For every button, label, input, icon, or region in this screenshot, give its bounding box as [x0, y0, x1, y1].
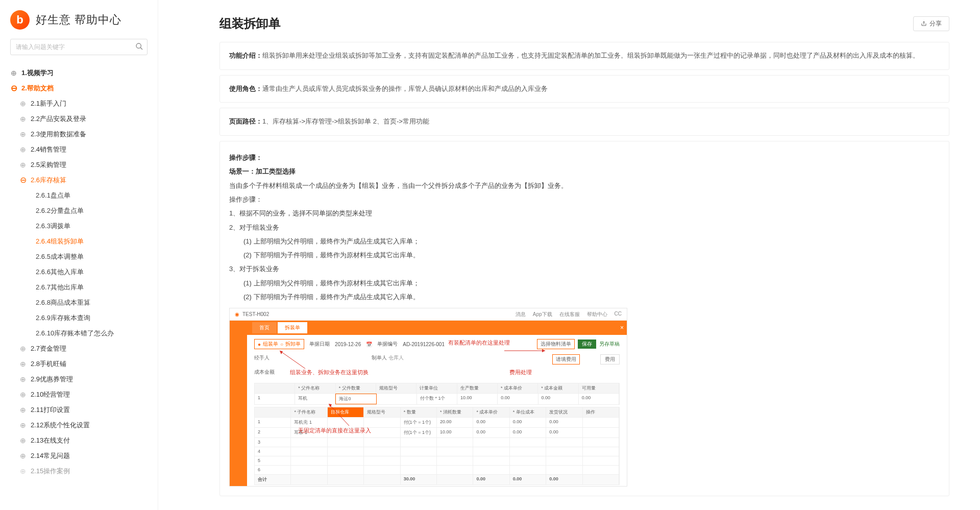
- nav-2-6-7[interactable]: 2.6.7其他出库单: [10, 280, 148, 295]
- nav-2-1[interactable]: ⊕2.1新手入门: [10, 96, 148, 111]
- nav-2-3[interactable]: ⊕2.3使用前数据准备: [10, 127, 148, 142]
- scene1-desc: 当由多个子件材料组装成一个成品的业务为【组装】业务，当由一个父件拆分成多个子产品…: [229, 179, 940, 192]
- nav-2-11[interactable]: ⊕2.11打印设置: [10, 402, 148, 418]
- arrow-icon: [324, 401, 354, 427]
- nav-2-6[interactable]: ⊖2.6库存核算: [10, 173, 148, 188]
- nav-2-6-6[interactable]: 2.6.6其他入库单: [10, 264, 148, 280]
- nav-2-13[interactable]: ⊕2.13在线支付: [10, 433, 148, 448]
- sh-child-table: * 子件名称目标仓库规格型号* 数量* 消耗数量* 成本单价* 单位成本发货状况…: [254, 407, 620, 485]
- table-header: * 父件名称* 父件数量规格型号计量单位生产数量* 成本单价* 成本金额可用量: [255, 383, 619, 393]
- svg-line-2: [280, 351, 305, 369]
- sidebar: b 好生意 帮助中心 ⊕1.视频学习 ⊖2.帮助文档 ⊕2.1新手入门 ⊕2.2…: [0, 0, 158, 510]
- nav-2-6-1[interactable]: 2.6.1盘点单: [10, 188, 148, 203]
- sh-annotation-4: 无固定清单的直接在这里录入: [298, 427, 371, 434]
- minus-icon: ⊖: [19, 177, 27, 184]
- nav-2-9[interactable]: ⊕2.9优惠券管理: [10, 372, 148, 387]
- sh-tabs: 首页 拆装单 ×: [247, 321, 627, 335]
- nav-2-2[interactable]: ⊕2.2产品安装及登录: [10, 111, 148, 127]
- nav-2-14[interactable]: ⊕2.14常见问题: [10, 448, 148, 464]
- nav-tree: ⊕1.视频学习 ⊖2.帮助文档 ⊕2.1新手入门 ⊕2.2产品安装及登录 ⊕2.…: [10, 65, 148, 479]
- nav-2-6-8[interactable]: 2.6.8商品成本重算: [10, 295, 148, 310]
- nav-2-6-2[interactable]: 2.6.2分量盘点单: [10, 203, 148, 218]
- logo: b 好生意 帮助中心: [10, 10, 148, 30]
- plus-icon: ⊕: [19, 161, 27, 168]
- table-row: 6: [255, 465, 619, 474]
- nav-2-6-3[interactable]: 2.6.3调拨单: [10, 218, 148, 234]
- sh-top-user: CC: [615, 311, 622, 318]
- path-box: 页面路径：1、库存核算->库存管理->组装拆卸单 2、首页->常用功能: [219, 108, 949, 136]
- sh-top-msg: 消息: [516, 311, 526, 318]
- nav-2-8[interactable]: ⊕2.8手机旺铺: [10, 356, 148, 372]
- sh-tab-form: 拆装单: [278, 322, 307, 333]
- arrow-icon: [504, 348, 555, 371]
- search-input[interactable]: [10, 39, 148, 55]
- arrow-icon: [275, 348, 315, 371]
- plus-icon: ⊕: [19, 146, 27, 153]
- close-icon: ×: [620, 324, 624, 331]
- step3: 3、对于拆装业务: [229, 262, 940, 276]
- plus-icon: ⊕: [19, 100, 27, 107]
- nav-2-10[interactable]: ⊕2.10经营管理: [10, 387, 148, 402]
- nav-2-6-5[interactable]: 2.6.5成本调整单: [10, 249, 148, 264]
- sh-parent-table: * 父件名称* 父件数量规格型号计量单位生产数量* 成本单价* 成本金额可用量 …: [254, 383, 620, 405]
- nav-2-6-10[interactable]: 2.6.10库存账本错了怎么办: [10, 326, 148, 341]
- svg-point-0: [136, 43, 141, 48]
- sh-bom-btn: 选择物料清单: [537, 339, 575, 349]
- plus-icon: ⊕: [19, 406, 27, 414]
- steps-label: 操作步骤：: [229, 192, 940, 206]
- steps-title: 操作步骤：: [229, 151, 940, 164]
- sh-draft-btn: 另存草稿: [599, 341, 620, 348]
- sh-sidebar: [230, 321, 247, 486]
- plus-icon: ⊕: [19, 437, 27, 444]
- step2-1: (1) 上部明细为父件明细，最终作为产成品生成其它入库单；: [229, 234, 940, 248]
- minus-icon: ⊖: [10, 85, 17, 92]
- plus-icon: ⊕: [19, 360, 27, 368]
- sh-top-help: 帮助中心: [587, 311, 607, 318]
- path-text: 1、库存核算->库存管理->组装拆卸单 2、首页->常用功能: [262, 117, 429, 125]
- role-box: 使用角色：通常由生产人员或库管人员完成拆装业务的操作，库管人员确认原材料的出库和…: [219, 75, 949, 103]
- main-content: 组装拆卸单 分享 功能介绍：组装拆卸单用来处理企业组装或拆卸等加工业务，支持有固…: [158, 0, 980, 510]
- table-row: 3: [255, 438, 619, 447]
- step3-1: (1) 上部明细为父件明细，最终作为原材料生成其它出库单；: [229, 276, 940, 290]
- table-row: 1耳机壳 1付(1个 = 1个)20.000.000.000.00: [255, 417, 619, 427]
- embedded-screenshot: ◉ TEST-H002 消息 App下载 在线客服 帮助中心 CC 首页 拆装单…: [229, 308, 627, 487]
- share-button[interactable]: 分享: [913, 16, 949, 31]
- plus-icon: ⊕: [10, 69, 17, 77]
- nav-2-7[interactable]: ⊕2.7资金管理: [10, 341, 148, 356]
- path-label: 页面路径：: [229, 117, 262, 125]
- step2: 2、对于组装业务: [229, 221, 940, 234]
- table-totals: 合计30.000.000.000.00: [255, 474, 619, 484]
- nav-2-6-9[interactable]: 2.6.9库存账本查询: [10, 310, 148, 326]
- step3-2: (2) 下部明细为子件明细，最终作为产成品生成其它入库单。: [229, 290, 940, 304]
- intro-label: 功能介绍：: [229, 52, 262, 59]
- nav-2-5[interactable]: ⊕2.5采购管理: [10, 157, 148, 173]
- svg-line-1: [140, 47, 142, 50]
- page-title: 组装拆卸单: [219, 15, 281, 32]
- step2-2: (2) 下部明细为子件明细，最终作为原材料生成其它出库单。: [229, 248, 940, 262]
- nav-2-12[interactable]: ⊕2.12系统个性化设置: [10, 418, 148, 433]
- sh-body: ● 组装单 ○ 拆卸单 单据日期 2019-12-26 📅 单据编号 AD-20…: [247, 335, 627, 486]
- table-row: 1耳机海运0付个数 * 1个10.000.000.000.00: [255, 393, 619, 404]
- table-header: * 子件名称目标仓库规格型号* 数量* 消耗数量* 成本单价* 单位成本发货状况…: [255, 407, 619, 417]
- sh-account: TEST-H002: [242, 311, 269, 317]
- svg-line-6: [329, 404, 349, 426]
- steps-box: 操作步骤： 场景一：加工类型选择 当由多个子件材料组装成一个成品的业务为【组装】…: [219, 141, 949, 496]
- share-icon: [921, 20, 927, 27]
- nav-2-6-4[interactable]: 2.6.4组装拆卸单: [10, 234, 148, 249]
- svg-marker-5: [542, 349, 545, 352]
- nav-2-4[interactable]: ⊕2.4销售管理: [10, 142, 148, 157]
- search-icon[interactable]: [135, 42, 143, 51]
- plus-icon: ⊕: [19, 452, 27, 459]
- nav-video[interactable]: ⊕1.视频学习: [10, 65, 148, 81]
- logo-icon: b: [10, 10, 30, 30]
- step1: 1、根据不同的业务，选择不同单据的类型来处理: [229, 206, 940, 220]
- nav-doc[interactable]: ⊖2.帮助文档: [10, 81, 148, 96]
- plus-icon: ⊕: [19, 391, 27, 398]
- nav-2-15[interactable]: ⊕2.15操作案例: [10, 464, 148, 479]
- sh-topbar: ◉ TEST-H002 消息 App下载 在线客服 帮助中心 CC: [230, 308, 627, 321]
- sh-fee-btn: 费用: [600, 354, 620, 365]
- plus-icon: ⊕: [19, 131, 27, 138]
- table-row: 4: [255, 447, 619, 456]
- role-label: 使用角色：: [229, 85, 262, 92]
- sh-form-row: ● 组装单 ○ 拆卸单 单据日期 2019-12-26 📅 单据编号 AD-20…: [254, 339, 620, 349]
